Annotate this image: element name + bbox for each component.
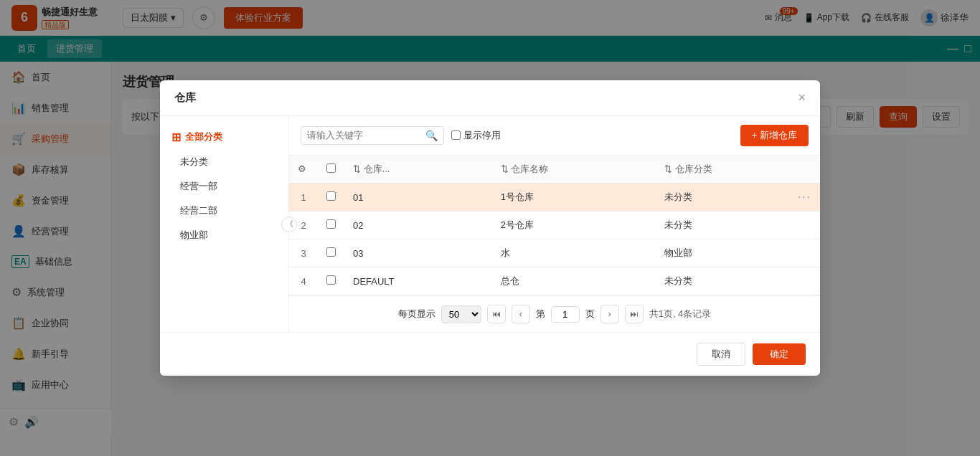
row-category-cell: 未分类 [656, 267, 820, 295]
row-check-cell[interactable] [318, 267, 344, 295]
table-row[interactable]: 3 03 水 物业部 [289, 239, 820, 267]
row-code-cell: 03 [344, 239, 492, 267]
page-number-input[interactable] [551, 306, 580, 323]
row-code-cell: DEFAULT [344, 267, 492, 295]
category-collapse-button[interactable]: 《 [281, 217, 297, 232]
search-icon: 🔍 [425, 130, 438, 141]
table-row[interactable]: 1 01 1号仓库 未分类··· [289, 183, 820, 212]
page-first-button[interactable]: ⏮ [487, 305, 506, 323]
row-name-cell: 水 [492, 239, 656, 267]
page-last-button[interactable]: ⏭ [625, 305, 644, 323]
select-all-checkbox[interactable] [326, 163, 336, 173]
page-label: 第 [536, 308, 545, 320]
row-name-cell: 2号仓库 [492, 212, 656, 239]
pagination: 每页显示 50 20 100 ⏮ ‹ 第 页 › ⏭ 共1页, 4条记录 [289, 295, 820, 332]
row-num-cell: 1 [289, 183, 318, 212]
row-check-cell[interactable] [318, 183, 344, 212]
category-item-dept1[interactable]: 经营一部 [160, 174, 288, 199]
warehouse-table-wrap: ⚙ ⇅ 仓库... ⇅ [289, 156, 820, 296]
show-disabled-label: 显示停用 [463, 129, 501, 142]
code-sort-icon: ⇅ [353, 163, 361, 174]
category-item-dept2[interactable]: 经营二部 [160, 199, 288, 223]
name-sort-icon: ⇅ [501, 163, 509, 174]
modal-title: 仓库 [174, 91, 196, 105]
row-check-cell[interactable] [318, 239, 344, 267]
row-category-cell: 未分类··· [656, 184, 820, 212]
cancel-button[interactable]: 取消 [697, 343, 745, 366]
modal-footer: 取消 确定 [160, 332, 820, 376]
col-header-code[interactable]: ⇅ 仓库... [344, 156, 492, 184]
page-next-button[interactable]: › [600, 305, 619, 323]
row-num-cell: 3 [289, 239, 318, 267]
grid-icon: ⊞ [171, 130, 181, 144]
category-all-label: 全部分类 [185, 130, 222, 143]
row-code-cell: 02 [344, 212, 492, 239]
category-all-header[interactable]: ⊞ 全部分类 [160, 125, 288, 150]
table-gear-icon: ⚙ [298, 163, 306, 174]
modal-header: 仓库 × [160, 80, 820, 116]
warehouse-modal: 仓库 × ⊞ 全部分类 未分类 经营一部 经营二部 物业部 《 [160, 80, 820, 376]
search-input[interactable] [307, 130, 421, 141]
row-check-cell[interactable] [318, 212, 344, 239]
row-num-cell: 4 [289, 267, 318, 295]
search-input-wrap[interactable]: 🔍 [301, 126, 444, 145]
page-unit-label: 页 [585, 308, 595, 320]
category-item-unclassified[interactable]: 未分类 [160, 150, 288, 174]
row-checkbox[interactable] [326, 219, 336, 229]
add-warehouse-button[interactable]: + 新增仓库 [740, 125, 809, 146]
row-action-dots[interactable]: ··· [798, 191, 811, 204]
confirm-button[interactable]: 确定 [753, 343, 806, 365]
category-panel: ⊞ 全部分类 未分类 经营一部 经营二部 物业部 《 [160, 116, 289, 333]
data-panel: 🔍 显示停用 + 新增仓库 ⚙ [289, 116, 820, 333]
table-row[interactable]: 4 DEFAULT 总仓 未分类 [289, 267, 820, 295]
row-checkbox[interactable] [326, 247, 336, 257]
col-header-gear[interactable]: ⚙ [289, 156, 318, 184]
table-row[interactable]: 2 02 2号仓库 未分类 [289, 212, 820, 239]
data-toolbar: 🔍 显示停用 + 新增仓库 [289, 116, 820, 156]
row-checkbox[interactable] [326, 191, 336, 201]
row-code-cell: 01 [344, 183, 492, 212]
row-name-cell: 1号仓库 [492, 183, 656, 212]
show-disabled-wrap: 显示停用 [451, 129, 501, 142]
row-checkbox[interactable] [326, 275, 336, 285]
row-name-cell: 总仓 [492, 267, 656, 295]
category-item-property[interactable]: 物业部 [160, 223, 288, 247]
per-page-select[interactable]: 50 20 100 [441, 305, 481, 323]
modal-close-button[interactable]: × [798, 90, 806, 105]
warehouse-table: ⚙ ⇅ 仓库... ⇅ [289, 156, 820, 296]
col-header-check[interactable] [318, 156, 344, 184]
col-header-name[interactable]: ⇅ 仓库名称 [492, 156, 656, 184]
page-prev-button[interactable]: ‹ [512, 305, 530, 323]
col-header-category[interactable]: ⇅ 仓库分类 [656, 156, 820, 184]
category-sort-icon: ⇅ [664, 163, 672, 174]
show-disabled-checkbox[interactable] [451, 130, 461, 140]
row-category-cell: 未分类 [656, 212, 820, 239]
modal-overlay: 仓库 × ⊞ 全部分类 未分类 经营一部 经营二部 物业部 《 [0, 0, 980, 456]
page-total-label: 共1页, 4条记录 [649, 308, 712, 320]
modal-body: ⊞ 全部分类 未分类 经营一部 经营二部 物业部 《 🔍 [160, 116, 820, 333]
per-page-label: 每页显示 [398, 308, 435, 320]
row-category-cell: 物业部 [656, 239, 820, 267]
